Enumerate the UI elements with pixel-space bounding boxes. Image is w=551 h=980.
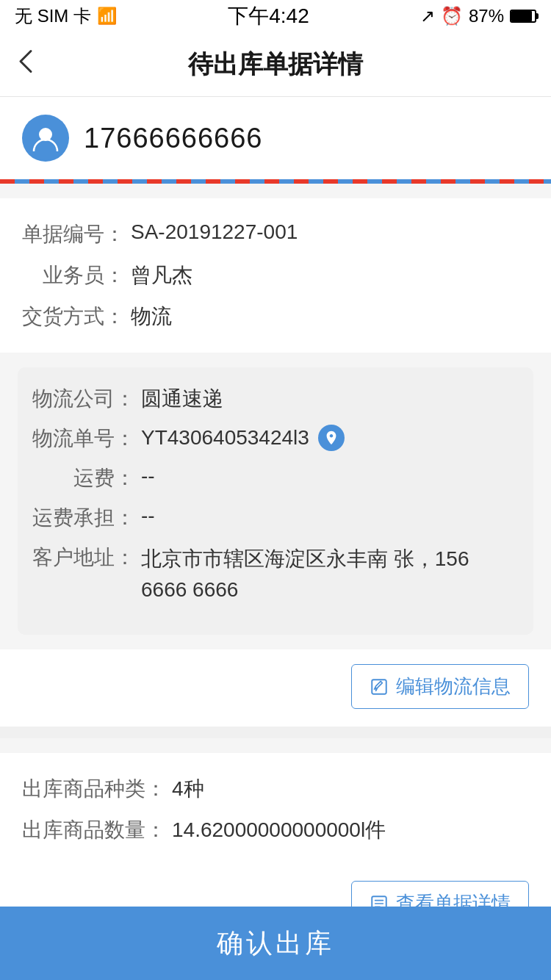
location-status-icon: ↗	[420, 6, 435, 26]
status-bar-left: 无 SIM 卡 📶	[15, 4, 117, 28]
basic-info-section: 单据编号： SA-20191227-001 业务员： 曾凡杰 交货方式： 物流	[0, 198, 551, 353]
freight-row: 运费： --	[32, 464, 519, 492]
tracking-label: 物流单号：	[32, 425, 135, 453]
battery-text: 87%	[469, 6, 504, 26]
edit-btn-row: 编辑物流信息	[0, 649, 551, 727]
battery-icon	[510, 10, 536, 23]
carrier-text: 无 SIM 卡	[15, 4, 91, 28]
status-bar: 无 SIM 卡 📶 下午4:42 ↗ ⏰ 87%	[0, 0, 551, 32]
goods-types-value: 4种	[172, 775, 529, 803]
wifi-icon: 📶	[97, 7, 117, 26]
dashed-divider	[0, 179, 551, 184]
doc-no-row: 单据编号： SA-20191227-001	[22, 220, 529, 248]
alarm-icon: ⏰	[441, 6, 463, 26]
delivery-value: 物流	[131, 303, 529, 331]
customer-phone: 17666666666	[84, 123, 262, 154]
goods-types-label: 出库商品种类：	[22, 775, 166, 803]
goods-section: 出库商品种类： 4种 出库商品数量： 14.62000000000000l件	[0, 753, 551, 866]
status-bar-time: 下午4:42	[228, 2, 309, 30]
company-label: 物流公司：	[32, 385, 135, 413]
delivery-row: 交货方式： 物流	[22, 303, 529, 331]
tracking-row: 物流单号： YT43064053424l3	[32, 425, 519, 453]
tracking-location-icon[interactable]	[318, 425, 345, 451]
doc-no-label: 单据编号：	[22, 220, 125, 248]
staff-value: 曾凡杰	[131, 262, 529, 289]
address-value: 北京市市辖区海淀区永丰南 张，156 6666 6666	[141, 544, 519, 605]
freight-bear-value: --	[141, 504, 519, 527]
logistics-section: 物流公司： 圆通速递 物流单号： YT43064053424l3 运费： -- …	[18, 367, 533, 635]
edit-logistics-button[interactable]: 编辑物流信息	[351, 664, 529, 709]
address-row: 客户地址： 北京市市辖区海淀区永丰南 张，156 6666 6666	[32, 544, 519, 605]
page-title: 待出库单据详情	[188, 48, 363, 82]
freight-label: 运费：	[32, 464, 135, 492]
company-row: 物流公司： 圆通速递	[32, 385, 519, 413]
customer-avatar	[22, 115, 69, 162]
delivery-label: 交货方式：	[22, 303, 125, 331]
nav-bar: 待出库单据详情	[0, 32, 551, 97]
edit-logistics-label: 编辑物流信息	[396, 674, 511, 699]
status-bar-right: ↗ ⏰ 87%	[420, 6, 536, 26]
staff-label: 业务员：	[22, 262, 125, 289]
doc-no-value: SA-20191227-001	[131, 220, 529, 244]
company-value: 圆通速递	[141, 385, 519, 413]
goods-qty-value: 14.62000000000000l件	[172, 816, 529, 844]
address-label: 客户地址：	[32, 544, 135, 572]
tracking-value: YT43064053424l3	[141, 425, 519, 451]
goods-qty-label: 出库商品数量：	[22, 816, 166, 844]
goods-types-row: 出库商品种类： 4种	[22, 775, 529, 803]
staff-row: 业务员： 曾凡杰	[22, 262, 529, 289]
freight-value: --	[141, 464, 519, 488]
back-button[interactable]	[18, 48, 34, 81]
freight-bear-label: 运费承担：	[32, 504, 135, 532]
goods-qty-row: 出库商品数量： 14.62000000000000l件	[22, 816, 529, 844]
freight-bear-row: 运费承担： --	[32, 504, 519, 532]
section-divider	[0, 727, 551, 738]
confirm-button-label: 确认出库	[217, 926, 334, 962]
confirm-button[interactable]: 确认出库	[0, 907, 551, 980]
customer-header: 17666666666	[0, 97, 551, 179]
